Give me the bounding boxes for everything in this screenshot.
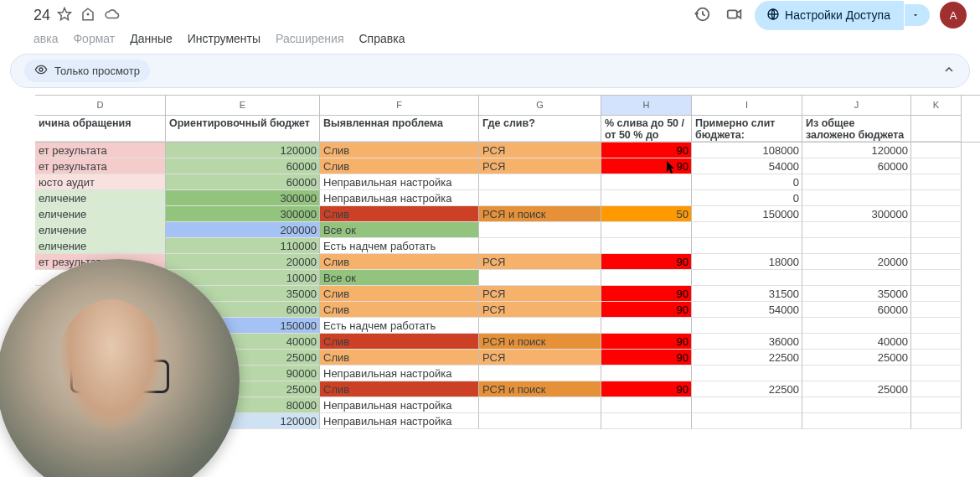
cell-K[interactable] [911,302,962,318]
col-header-K[interactable]: K [911,96,962,116]
cell-I[interactable]: 108000 [692,143,802,158]
col-header-F[interactable]: F [320,96,479,116]
viewonly-pill[interactable]: Только просмотр [24,60,150,82]
cell-J[interactable] [802,270,911,286]
cell-K[interactable] [911,286,962,302]
col-header-G[interactable]: G [479,96,601,116]
cell-E[interactable]: 110000 [166,238,320,254]
doc-title-fragment[interactable]: 24 [34,7,50,24]
cell-J[interactable]: 20000 [802,254,911,270]
cell-H[interactable]: 90 [601,143,692,158]
cell-G[interactable]: РСЯ [479,158,601,174]
cell-K[interactable] [911,190,962,206]
cell-J[interactable]: 35000 [802,286,911,302]
cell-H[interactable] [601,318,692,334]
cell-J[interactable]: 25000 [802,350,911,366]
hdr-total[interactable]: Из общее заложено бюджета [802,116,911,142]
col-header-D[interactable]: D [35,96,166,116]
share-dropdown-button[interactable] [905,4,930,26]
cell-F[interactable]: Все ок [320,222,479,238]
cell-G[interactable]: РСЯ и поиск [479,381,601,397]
cell-H[interactable]: 90 [601,254,692,270]
menu-tools[interactable]: Инструменты [188,32,260,45]
cell-I[interactable]: 22500 [692,350,802,366]
menu-help[interactable]: Справка [359,32,405,45]
cell-I[interactable] [692,397,802,413]
cell-D[interactable]: юсто аудит [35,174,166,190]
cell-J[interactable]: 300000 [802,206,911,222]
cell-F[interactable]: Неправильная настройка [320,190,479,206]
cell-H[interactable] [601,222,692,238]
collapse-toolbar-icon[interactable] [942,63,956,79]
cell-H[interactable] [601,397,692,413]
history-icon[interactable] [693,5,711,26]
cell-H[interactable]: 90 [601,350,692,366]
cell-G[interactable]: РСЯ [479,302,601,318]
cell-G[interactable]: РСЯ [479,143,601,158]
cell-I[interactable] [692,413,802,429]
cell-K[interactable] [911,334,962,350]
cell-H[interactable] [601,366,692,381]
cell-K[interactable] [911,413,962,429]
cell-G[interactable] [479,413,601,429]
cell-I[interactable]: 18000 [692,254,802,270]
cell-I[interactable]: 31500 [692,286,802,302]
cell-H[interactable]: 90 [601,334,692,350]
cell-J[interactable]: 120000 [802,143,911,158]
cell-G[interactable] [479,270,601,286]
cell-K[interactable] [911,174,962,190]
cell-I[interactable]: 22500 [692,381,802,397]
cell-I[interactable] [692,270,802,286]
cell-D[interactable]: еличение [35,222,166,238]
cell-E[interactable]: 300000 [166,206,320,222]
share-button[interactable]: Настройки Доступа [755,1,904,30]
cell-H[interactable] [601,190,692,206]
cell-F[interactable]: Слив [320,158,479,174]
cell-H[interactable] [601,270,692,286]
cell-F[interactable]: Слив [320,286,479,302]
cell-E[interactable]: 60000 [166,158,320,174]
cell-H[interactable] [601,413,692,429]
cell-J[interactable] [802,397,911,413]
cell-D[interactable]: еличение [35,190,166,206]
cell-J[interactable] [802,318,911,334]
hdr-problem[interactable]: Выявленная проблема [320,116,479,142]
menu-data[interactable]: Данные [130,32,173,45]
cell-F[interactable]: Слив [320,254,479,270]
cell-D[interactable]: ет результата [35,158,166,174]
cell-J[interactable] [802,190,911,206]
hdr-K[interactable] [911,116,962,142]
cell-G[interactable] [479,190,601,206]
cell-G[interactable]: РСЯ [479,286,601,302]
cell-G[interactable]: РСЯ [479,350,601,366]
cell-I[interactable] [692,366,802,381]
cell-G[interactable] [479,397,601,413]
cell-K[interactable] [911,238,962,254]
cell-J[interactable]: 25000 [802,381,911,397]
hdr-spent[interactable]: Примерно слит бюджета: [692,116,802,142]
cell-F[interactable]: Слив [320,302,479,318]
col-header-H[interactable]: H [601,96,692,116]
cloud-status-icon[interactable] [104,7,121,24]
cell-D[interactable]: еличение [35,206,166,222]
cell-I[interactable] [692,238,802,254]
cell-G[interactable]: РСЯ и поиск [479,206,601,222]
star-icon[interactable] [57,7,72,24]
hdr-percent[interactable]: % слива до 50 / от 50 % до 100% [601,116,692,142]
cell-H[interactable]: 90 [601,158,692,174]
col-header-I[interactable]: I [692,96,802,116]
cell-J[interactable] [802,413,911,429]
cell-I[interactable] [692,222,802,238]
cell-G[interactable] [479,222,601,238]
cell-H[interactable]: 90 [601,381,692,397]
hdr-where[interactable]: Где слив? [479,116,601,142]
menu-extensions[interactable]: Расширения [276,32,343,45]
hdr-reason[interactable]: ичина обращения [35,116,166,142]
cell-J[interactable] [802,366,911,381]
cell-F[interactable]: Слив [320,350,479,366]
cell-I[interactable]: 150000 [692,206,802,222]
cell-F[interactable]: Неправильная настройка [320,413,479,429]
cell-K[interactable] [911,381,962,397]
meet-camera-icon[interactable] [725,5,745,26]
cell-F[interactable]: Слив [320,206,479,222]
